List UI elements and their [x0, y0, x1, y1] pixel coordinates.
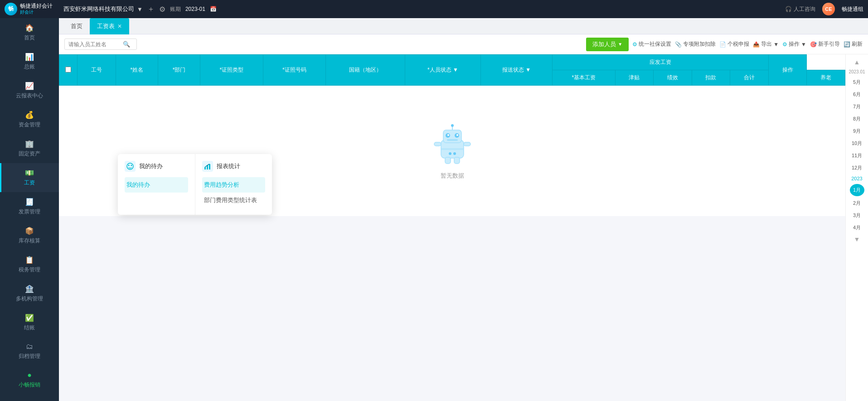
dept-report-label: 部门费用类型统计表 [204, 197, 257, 203]
th-basic-salary: *基本工资 [553, 70, 615, 86]
logo-icon: 畅 [5, 3, 17, 15]
company-dropdown-icon[interactable]: ▼ [137, 6, 143, 13]
th-submit-status[interactable]: 报送状态 ▼ [480, 55, 552, 86]
settings-btn-header[interactable]: ⚙ [159, 5, 165, 14]
inventory-icon: 📦 [25, 227, 34, 235]
month-nav-up[interactable]: ▲ [852, 57, 862, 68]
month-item-5[interactable]: 5月 [846, 76, 868, 88]
month-item-2[interactable]: 2月 [846, 197, 868, 209]
month-item-3[interactable]: 3月 [846, 209, 868, 222]
tax-report-btn[interactable]: 📄 个税申报 [719, 40, 749, 48]
assets-icon: 🏢 [25, 140, 34, 148]
svg-point-18 [131, 165, 132, 166]
support-button[interactable]: 🎧 人工咨询 [785, 5, 815, 13]
sidebar-item-multi[interactable]: 🏦 多机构管理 [0, 279, 59, 308]
export-btn[interactable]: 📤 导出 ▼ [753, 40, 779, 48]
sidebar-label-close: 结账 [24, 324, 35, 332]
guide-btn[interactable]: 🎯 新手引导 [810, 40, 840, 48]
table-container: 工号 *姓名 *部门 *证照类型 *证照号码 国籍（地区） *人员状态 ▼ 报送… [59, 54, 845, 401]
svg-point-4 [447, 134, 449, 136]
guide-btn-icon: 🎯 [810, 41, 817, 48]
th-status[interactable]: *人员状态 ▼ [405, 55, 480, 86]
tax-deduction-btn[interactable]: 📎 专项附加扣除 [675, 40, 716, 48]
sidebar-item-home[interactable]: 🏠 首页 [0, 18, 59, 47]
svg-point-17 [128, 165, 130, 166]
month-item-7[interactable]: 7月 [846, 101, 868, 113]
company-area[interactable]: 西安虾米网络科技有限公司 ▼ [63, 5, 143, 13]
popup-item-my-todo[interactable]: 我的待办 [125, 177, 188, 193]
month-item-11[interactable]: 11月 [846, 150, 868, 162]
calendar-icon[interactable]: 📅 [210, 6, 217, 12]
refresh-label: 刷新 [852, 40, 863, 48]
sidebar-item-finance[interactable]: 💰 资金管理 [0, 105, 59, 134]
sidebar-item-invoice[interactable]: 🧾 发票管理 [0, 192, 59, 221]
user-avatar[interactable]: CE [822, 3, 835, 15]
svg-rect-13 [441, 148, 464, 150]
add-btn-header[interactable]: ＋ [147, 5, 155, 14]
select-all-checkbox[interactable] [65, 67, 71, 72]
sidebar-item-archive[interactable]: 🗂 归档管理 [0, 337, 59, 366]
support-label: 人工咨询 [794, 5, 815, 13]
social-insurance-btn[interactable]: ⚙ 统一社保设置 [632, 40, 671, 48]
popup-item-trend[interactable]: 费用趋势分析 [202, 177, 266, 193]
my-todo-label: 我的待办 [126, 181, 150, 188]
operation-icon: ⚙ [782, 41, 787, 48]
sidebar-item-salary[interactable]: 💵 工资 [0, 163, 59, 192]
operation-label: 操作 [789, 40, 800, 48]
header-right: 🎧 人工咨询 CE 畅捷通组 [785, 3, 863, 15]
svg-rect-19 [204, 167, 206, 169]
logo-initial: 畅 [8, 5, 14, 13]
finance-icon: 💰 [25, 111, 34, 119]
popup-col-report: 报表统计 费用趋势分析 部门费用类型统计表 [195, 154, 272, 215]
tax-deduction-icon: 📎 [675, 41, 682, 48]
social-insurance-icon: ⚙ [632, 41, 637, 48]
add-person-button[interactable]: 添加人员 ▼ [586, 38, 629, 51]
refresh-btn[interactable]: 🔄 刷新 [844, 40, 863, 48]
cloud-report-icon: 📈 [25, 82, 34, 90]
month-item-1-active[interactable]: 1月 [850, 184, 864, 196]
social-insurance-label: 统一社保设置 [639, 40, 671, 48]
popup-header-report-label: 报表统计 [217, 162, 240, 170]
month-item-8[interactable]: 8月 [846, 113, 868, 125]
month-item-6[interactable]: 6月 [846, 88, 868, 101]
sidebar-item-cloud-report[interactable]: 📈 云报表中心 [0, 76, 59, 105]
refresh-icon: 🔄 [844, 41, 850, 48]
month-item-12[interactable]: 12月 [846, 162, 868, 174]
salary-icon: 💵 [25, 169, 34, 177]
th-checkbox[interactable] [59, 55, 78, 86]
tax-deduction-label: 专项附加扣除 [683, 40, 716, 48]
sidebar-item-close[interactable]: ✅ 结账 [0, 308, 59, 337]
company-name: 西安虾米网络科技有限公司 [63, 5, 134, 13]
month-item-4[interactable]: 4月 [846, 222, 868, 234]
sidebar-label-archive: 归档管理 [19, 353, 40, 360]
th-id-type: *证照类型 [200, 55, 263, 86]
sidebar-item-expense[interactable]: ● 小畅报销 [0, 366, 59, 394]
th-employee-no: 工号 [78, 55, 116, 86]
tab-salary[interactable]: 工资表 ✕ [90, 18, 129, 34]
sidebar-item-tax[interactable]: 📋 税务管理 [0, 250, 59, 279]
operation-dropdown-icon: ▼ [801, 41, 806, 48]
svg-rect-12 [454, 157, 460, 164]
svg-rect-10 [464, 142, 470, 146]
sidebar-item-inventory[interactable]: 📦 库存核算 [0, 221, 59, 250]
search-icon: 🔍 [123, 41, 130, 48]
tab-close-icon[interactable]: ✕ [117, 23, 122, 29]
tab-home[interactable]: 首页 [63, 18, 90, 34]
expense-icon: ● [27, 371, 32, 379]
todo-svg-icon [126, 163, 134, 170]
logo-text-area: 畅捷通好会计 好会计 [20, 3, 53, 15]
sidebar-item-ledger[interactable]: 📊 总账 [0, 47, 59, 76]
th-ops: 操作 [768, 55, 807, 86]
sidebar-label-tax: 税务管理 [19, 266, 40, 274]
popup-item-dept-report[interactable]: 部门费用类型统计表 [202, 193, 266, 208]
month-nav-down[interactable]: ▼ [852, 234, 862, 245]
svg-point-5 [456, 134, 458, 136]
sidebar-item-settings[interactable]: ⚙ 基础设置 [0, 394, 59, 401]
guide-btn-label: 新手引导 [818, 40, 840, 48]
month-item-9[interactable]: 9月 [846, 125, 868, 137]
operation-btn[interactable]: ⚙ 操作 ▼ [782, 40, 806, 48]
search-input[interactable] [68, 41, 123, 48]
month-item-10[interactable]: 10月 [846, 137, 868, 150]
main-layout: 🏠 首页 📊 总账 📈 云报表中心 💰 资金管理 🏢 固定资产 💵 工资 🧾 发… [0, 18, 868, 401]
sidebar-item-assets[interactable]: 🏢 固定资产 [0, 134, 59, 163]
